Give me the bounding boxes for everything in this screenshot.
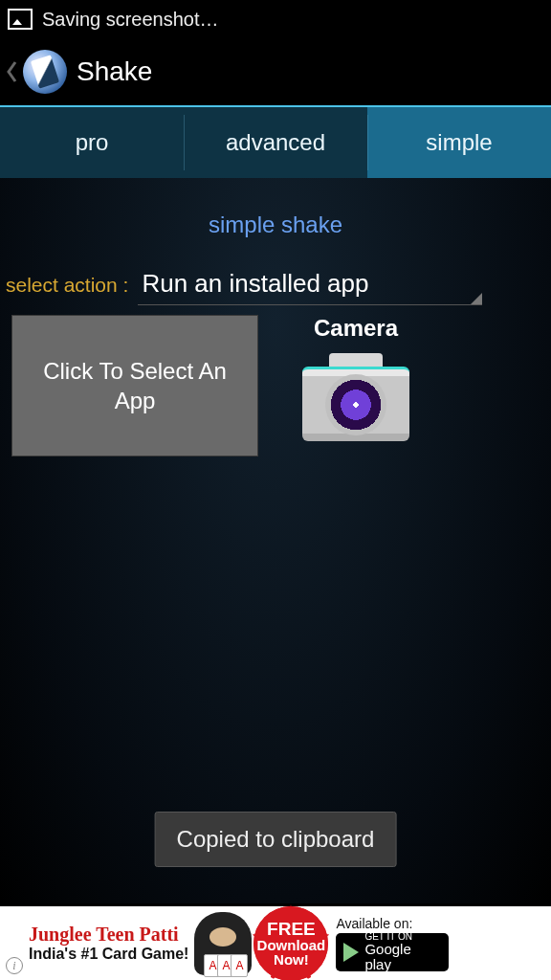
ad-subtitle: India's #1 Card Game! xyxy=(29,946,188,963)
app-icon[interactable] xyxy=(23,50,67,94)
spinner-value: Run an installed app xyxy=(142,269,368,298)
toast-text: Copied to clipboard xyxy=(177,826,375,852)
tab-simple[interactable]: simple xyxy=(367,107,551,178)
ad-available-label: Available on: xyxy=(336,916,449,931)
ad-burst-bot: Now! xyxy=(274,951,309,968)
app-select-row: Click To Select An App Camera xyxy=(4,315,547,457)
tab-label: simple xyxy=(426,129,492,156)
ad-burst-top: FREE xyxy=(257,920,326,938)
action-spinner[interactable]: Run an installed app xyxy=(138,267,482,305)
back-icon[interactable] xyxy=(6,60,17,83)
ad-store-block: Available on: GET IT ON Google play xyxy=(336,916,449,971)
tab-label: advanced xyxy=(226,129,325,156)
select-app-button[interactable]: Click To Select An App xyxy=(11,315,258,457)
ad-info-icon[interactable]: i xyxy=(6,957,23,974)
google-play-badge[interactable]: GET IT ON Google play xyxy=(336,933,449,971)
status-bar: Saving screenshot… xyxy=(0,0,551,38)
ad-cards-icon: AAA xyxy=(208,954,248,977)
selected-app: Camera xyxy=(302,315,409,441)
camera-icon xyxy=(302,353,409,441)
select-app-button-label: Click To Select An App xyxy=(30,356,240,415)
action-bar: Shake xyxy=(0,38,551,105)
tab-pro[interactable]: pro xyxy=(0,107,184,178)
ad-burst: FREE Download Now! xyxy=(253,906,328,981)
page-subtitle: simple shake xyxy=(4,212,547,238)
app-title: Shake xyxy=(77,56,152,87)
play-store-icon xyxy=(343,943,359,962)
status-text: Saving screenshot… xyxy=(42,9,219,31)
ad-banner[interactable]: i Junglee Teen Patti India's #1 Card Gam… xyxy=(0,903,551,980)
store-small-text: GET IT ON xyxy=(364,931,412,942)
selected-app-name: Camera xyxy=(302,315,409,342)
ad-text-block: Junglee Teen Patti India's #1 Card Game! xyxy=(29,924,188,963)
content-area: simple shake select action : Run an inst… xyxy=(0,178,551,903)
select-action-label: select action : xyxy=(6,274,128,297)
ad-title: Junglee Teen Patti xyxy=(29,924,188,946)
tab-row: pro advanced simple xyxy=(0,105,551,178)
tab-label: pro xyxy=(76,129,109,156)
store-big-text: Google play xyxy=(364,942,441,972)
toast: Copied to clipboard xyxy=(155,812,397,867)
ad-graphic: AAA xyxy=(194,912,252,975)
tab-advanced[interactable]: advanced xyxy=(184,107,367,178)
select-action-row: select action : Run an installed app xyxy=(4,267,547,305)
screenshot-icon xyxy=(8,9,33,30)
